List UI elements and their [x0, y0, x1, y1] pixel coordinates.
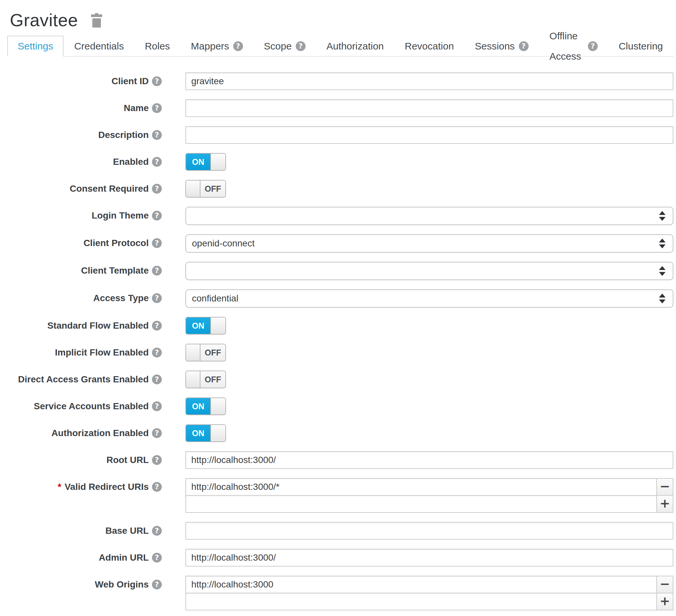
- help-icon[interactable]: ?: [152, 580, 162, 589]
- arrow-up-icon: [659, 239, 666, 243]
- tab-sessions[interactable]: Sessions?: [464, 36, 539, 57]
- implicit-flow-enabled-toggle[interactable]: OFF: [185, 344, 226, 361]
- enabled-toggle[interactable]: ON: [185, 153, 226, 171]
- description-input[interactable]: [185, 126, 673, 144]
- form-row-enabled: Enabled?ON: [7, 153, 673, 171]
- input-cell: ON: [185, 153, 673, 171]
- direct-access-grants-enabled-toggle[interactable]: OFF: [185, 371, 226, 388]
- minus-icon: −: [660, 480, 670, 493]
- label-cell: Admin URL?: [7, 549, 162, 563]
- help-icon[interactable]: ?: [152, 321, 162, 330]
- tab-roles[interactable]: Roles: [134, 36, 180, 57]
- field-label-client-template: Client Template: [81, 265, 149, 276]
- form-row-client-protocol: Client Protocol?openid-connect: [7, 234, 673, 253]
- help-icon[interactable]: ?: [152, 348, 162, 357]
- help-icon[interactable]: ?: [152, 266, 162, 275]
- tab-offline-access[interactable]: Offline Access?: [539, 36, 608, 57]
- field-label-web-origins: Web Origins: [95, 579, 149, 590]
- root-url-input[interactable]: [185, 451, 673, 469]
- tab-mappers[interactable]: Mappers?: [180, 36, 253, 57]
- access-type-select[interactable]: confidential: [185, 289, 673, 308]
- toggle-off-label: OFF: [201, 371, 225, 388]
- web-origins-input-1[interactable]: [185, 593, 657, 610]
- service-accounts-enabled-toggle[interactable]: ON: [185, 398, 226, 415]
- admin-url-input[interactable]: [185, 549, 673, 567]
- field-label-name: Name: [124, 103, 149, 113]
- help-icon[interactable]: ?: [152, 238, 162, 248]
- select-arrows-icon: [659, 239, 666, 248]
- remove-web-origins-button[interactable]: −: [656, 576, 673, 594]
- delete-client-button[interactable]: [91, 13, 102, 29]
- label-cell: Client ID?: [7, 72, 162, 87]
- form-row-client-template: Client Template?: [7, 262, 673, 280]
- help-icon[interactable]: ?: [152, 76, 162, 86]
- tab-label: Revocation: [405, 36, 454, 56]
- standard-flow-enabled-toggle[interactable]: ON: [185, 317, 226, 335]
- field-label-enabled: Enabled: [113, 157, 149, 167]
- multivalue-row: −: [185, 478, 673, 496]
- label-cell: Authorization Enabled?: [7, 424, 162, 439]
- help-icon[interactable]: ?: [152, 428, 162, 438]
- input-cell: −+: [185, 478, 673, 513]
- form-row-access-type: Access Type?confidential: [7, 289, 673, 308]
- input-cell: [185, 207, 673, 225]
- tab-clustering[interactable]: Clustering: [608, 36, 673, 57]
- web-origins-input-0[interactable]: [185, 576, 657, 594]
- toggle-off-label: OFF: [201, 181, 225, 197]
- consent-required-toggle[interactable]: OFF: [185, 180, 226, 198]
- tab-credentials[interactable]: Credentials: [63, 36, 134, 57]
- help-icon[interactable]: ?: [152, 553, 162, 563]
- help-icon[interactable]: ?: [152, 103, 162, 113]
- help-icon[interactable]: ?: [588, 41, 598, 51]
- input-cell: OFF: [185, 344, 673, 361]
- tab-label: Roles: [145, 36, 170, 56]
- help-icon[interactable]: ?: [296, 41, 305, 51]
- authorization-enabled-toggle[interactable]: ON: [185, 424, 226, 442]
- label-cell: Base URL?: [7, 522, 162, 536]
- form-row-direct-access-grants-enabled: Direct Access Grants Enabled?OFF: [7, 371, 673, 388]
- multivalue-row: +: [185, 495, 673, 513]
- tab-label: Authorization: [327, 36, 384, 56]
- label-cell: Consent Required?: [7, 180, 162, 194]
- help-icon[interactable]: ?: [152, 401, 162, 411]
- help-icon[interactable]: ?: [152, 455, 162, 465]
- toggle-knob: [210, 317, 225, 334]
- help-icon[interactable]: ?: [152, 130, 162, 140]
- client-protocol-select[interactable]: openid-connect: [185, 234, 673, 253]
- help-icon[interactable]: ?: [152, 211, 162, 220]
- field-label-standard-flow-enabled: Standard Flow Enabled: [47, 320, 149, 331]
- valid-redirect-uris-input-0[interactable]: [185, 478, 657, 496]
- tab-scope[interactable]: Scope?: [253, 36, 316, 57]
- client-id-input[interactable]: [185, 72, 673, 90]
- field-label-client-protocol: Client Protocol: [83, 238, 149, 248]
- help-icon[interactable]: ?: [152, 293, 162, 303]
- toggle-knob: [210, 425, 225, 441]
- name-input[interactable]: [185, 99, 673, 117]
- help-icon[interactable]: ?: [152, 526, 162, 536]
- valid-redirect-uris-input-1[interactable]: [185, 495, 657, 513]
- help-icon[interactable]: ?: [152, 482, 162, 492]
- arrow-up-icon: [659, 294, 666, 298]
- help-icon[interactable]: ?: [233, 41, 243, 51]
- add-web-origins-button[interactable]: +: [656, 593, 673, 610]
- form-row-consent-required: Consent Required?OFF: [7, 180, 673, 198]
- input-cell: confidential: [185, 289, 673, 308]
- help-icon[interactable]: ?: [519, 41, 528, 51]
- client-template-select[interactable]: [185, 262, 673, 280]
- tab-authorization[interactable]: Authorization: [316, 36, 394, 57]
- add-valid-redirect-uris-button[interactable]: +: [656, 495, 673, 513]
- tab-settings[interactable]: Settings: [7, 36, 63, 57]
- arrow-up-icon: [659, 211, 666, 215]
- help-icon[interactable]: ?: [152, 184, 162, 194]
- help-icon[interactable]: ?: [152, 374, 162, 384]
- tab-label: Offline Access: [550, 26, 584, 66]
- remove-valid-redirect-uris-button[interactable]: −: [656, 478, 673, 496]
- label-cell: Implicit Flow Enabled?: [7, 344, 162, 358]
- form-row-name: Name?: [7, 99, 673, 117]
- tab-revocation[interactable]: Revocation: [394, 36, 464, 57]
- help-icon[interactable]: ?: [152, 157, 162, 167]
- field-label-valid-redirect-uris: Valid Redirect URIs: [64, 482, 149, 492]
- base-url-input[interactable]: [185, 522, 673, 540]
- login-theme-select[interactable]: [185, 207, 673, 225]
- page-title: Gravitee: [10, 10, 78, 30]
